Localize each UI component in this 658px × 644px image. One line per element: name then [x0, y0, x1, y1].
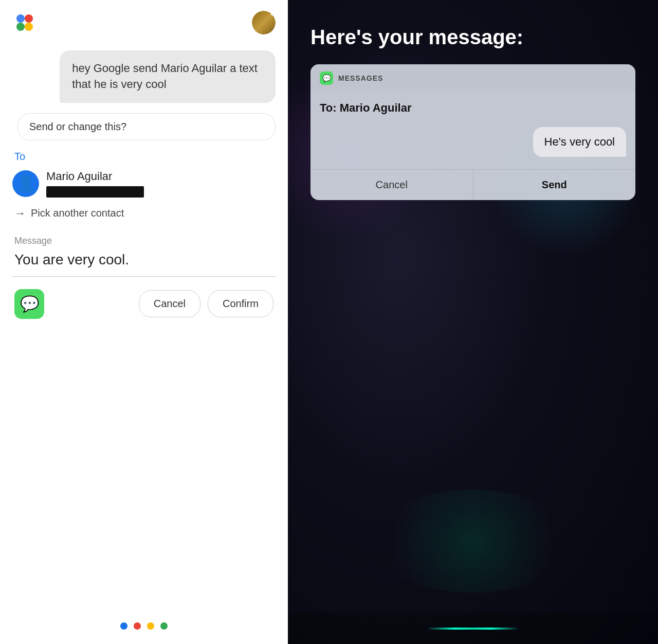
svg-point-2: [16, 23, 25, 31]
pick-another-contact-row[interactable]: → Pick another contact: [12, 207, 276, 220]
messages-card-header: 💬 MESSAGES: [310, 64, 635, 92]
siri-message-text: He's very cool: [544, 135, 615, 148]
dot-blue: [120, 622, 127, 630]
siri-send-button[interactable]: Send: [473, 170, 636, 200]
user-message-text: hey Google send Mario Aguilar a text tha…: [72, 62, 258, 91]
contact-row: 👤 Mario Aguilar: [12, 170, 276, 198]
google-assistant-logo: [12, 10, 37, 35]
right-panel: Here's your message: 💬 MESSAGES To: Mari…: [288, 0, 658, 644]
messages-card-actions: Cancel Send: [310, 169, 635, 200]
compose-area: To 👤 Mario Aguilar → Pick another contac…: [0, 151, 288, 319]
messages-bubble-icon: 💬: [20, 295, 39, 313]
pick-contact-label: Pick another contact: [31, 207, 124, 219]
to-line: To: Mario Aguilar: [320, 101, 626, 115]
messages-header-label: MESSAGES: [338, 74, 383, 82]
contact-phone-redacted: [46, 186, 144, 198]
send-change-card: Send or change this?: [17, 113, 276, 140]
dot-yellow: [147, 622, 154, 630]
cancel-button[interactable]: Cancel: [139, 290, 200, 317]
svg-point-3: [25, 23, 33, 31]
left-panel: hey Google send Mario Aguilar a text tha…: [0, 0, 288, 644]
messages-header-icon: 💬: [320, 71, 333, 85]
message-text: You are very cool.: [12, 252, 276, 268]
message-divider: [12, 276, 276, 277]
to-label: To: [12, 151, 276, 163]
siri-title: Here's your message:: [310, 26, 635, 49]
siri-message-bubble: He's very cool: [533, 127, 626, 157]
svg-point-0: [16, 14, 25, 23]
contact-name: Mario Aguilar: [46, 170, 144, 183]
messages-card-body: To: Mario Aguilar He's very cool: [310, 92, 635, 169]
chat-area: hey Google send Mario Aguilar a text tha…: [0, 40, 288, 151]
assistant-header: [0, 0, 288, 40]
person-icon: 👤: [17, 175, 35, 192]
notification-dot: [270, 11, 276, 16]
user-message-bubble: hey Google send Mario Aguilar a text tha…: [60, 50, 276, 103]
action-buttons: Cancel Confirm: [139, 290, 273, 317]
dot-green: [160, 622, 168, 630]
confirm-button[interactable]: Confirm: [208, 290, 273, 317]
arrow-right-icon: →: [14, 207, 26, 220]
user-avatar[interactable]: [252, 11, 276, 34]
siri-cancel-button[interactable]: Cancel: [310, 170, 473, 200]
send-change-text: Send or change this?: [29, 121, 126, 132]
action-row: 💬 Cancel Confirm: [12, 289, 276, 319]
contact-info: Mario Aguilar: [46, 170, 144, 198]
contact-avatar: 👤: [12, 170, 39, 197]
siri-content: Here's your message: 💬 MESSAGES To: Mari…: [288, 0, 658, 644]
messages-card: 💬 MESSAGES To: Mario Aguilar He's very c…: [310, 64, 635, 200]
svg-point-1: [25, 14, 33, 23]
message-label: Message: [12, 236, 276, 246]
dot-red: [134, 622, 141, 630]
messages-app-icon: 💬: [14, 289, 44, 319]
bottom-dots: [120, 622, 168, 630]
